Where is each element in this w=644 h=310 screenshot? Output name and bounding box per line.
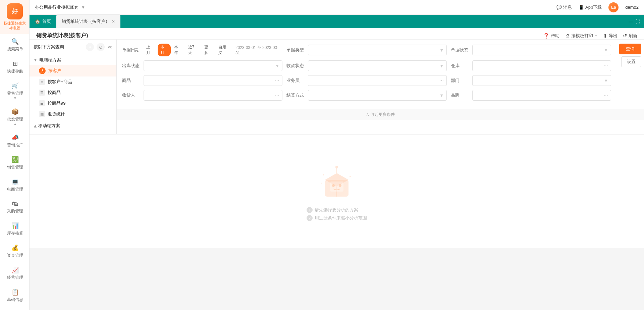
user-name[interactable]: demo2 (625, 5, 639, 10)
header-left: 办公用品行业模拟账套 ▼ (35, 4, 85, 10)
date-label: 单据日期 (122, 47, 141, 53)
date-tab-7days[interactable]: 近7天 (185, 44, 201, 56)
tab-minimize-icon[interactable]: — (629, 19, 633, 24)
date-field: 单据日期 上月 本月 本年 近7天 更多 自定义 (122, 44, 282, 56)
header-dropdown-icon[interactable]: ▼ (81, 5, 85, 10)
tab-home-label: 首页 (42, 18, 51, 24)
export-icon: ⬆ (603, 33, 607, 39)
sidebar-item-marketing[interactable]: 📣 营销推广 (0, 130, 29, 152)
sidebar-item-operation[interactable]: 📈 经营管理 (0, 262, 29, 285)
app-download-label: App下载 (585, 4, 602, 10)
scheme-settings-button[interactable]: ⊙ (97, 43, 105, 51)
empty-hint-1-number: 1 (307, 207, 313, 213)
user-avatar[interactable]: Ea (608, 2, 619, 12)
tab-bar: 🏠 首页 销货单统计表（按客户） ✕ — ⛶ (30, 15, 644, 28)
out-status-input[interactable]: ▼ (144, 60, 282, 71)
query-button[interactable]: 查询 (619, 44, 641, 54)
scheme-collapse-button[interactable]: ≪ (107, 44, 112, 50)
date-range-text: 2023-03-01 至 2023-03-31 (235, 45, 282, 55)
order-status-dropdown-icon: ▼ (604, 48, 608, 53)
user-avatar-text: Ea (611, 5, 616, 10)
sidebar-item-ecom[interactable]: 💻 电商管理 (0, 174, 29, 196)
print-button[interactable]: 🖨 按模板打印 ▼ (565, 33, 598, 39)
sidebar-item-search[interactable]: 🔍 搜索菜单 (0, 34, 29, 56)
refresh-button[interactable]: ↺ 刷新 (623, 33, 637, 39)
retail-icon: 🛒 (11, 82, 19, 90)
print-dropdown-icon[interactable]: ▼ (594, 34, 598, 38)
scheme-item-icon-return: ▦ (39, 111, 45, 117)
scheme-item-by-customer-product[interactable]: ≡ 按客户+商品 (30, 76, 116, 87)
salesperson-input[interactable]: ··· (308, 75, 447, 86)
scheme-add-button[interactable]: ＋ (86, 43, 94, 51)
basic-icon: 📋 (11, 289, 19, 296)
sidebar-item-label: 零售管理 (7, 91, 23, 96)
filter-row-4: 收货人 ··· 结算方式 (122, 90, 611, 101)
logo-area: 好 畅捷通好生意标准版 (0, 0, 29, 34)
product-input[interactable]: ··· (144, 75, 282, 86)
scheme-desktop-group-header[interactable]: ▼ 电脑端方案 (30, 55, 116, 65)
sidebar-item-finance[interactable]: 💰 资金管理 (0, 240, 29, 262)
date-tab-custom[interactable]: 自定义 (216, 44, 233, 56)
settlement-field: 结算方式 ▼ (286, 90, 447, 101)
sidebar-item-wholesale[interactable]: 📦 批发管理 ▲ (0, 104, 29, 130)
tab-maximize-icon[interactable]: ⛶ (636, 19, 640, 24)
export-label: 导出 (609, 33, 618, 39)
salesperson-more-icon: ··· (439, 78, 444, 84)
help-button[interactable]: ❓ 帮助 (543, 33, 559, 39)
sidebar-item-basic[interactable]: 📋 基础信息 (0, 285, 29, 307)
department-input[interactable]: ▼ (472, 75, 611, 86)
sidebar-item-shortcut[interactable]: ⊞ 快捷导航 (0, 56, 29, 78)
sidebar-item-stock[interactable]: 📊 库存核算 (0, 218, 29, 240)
sales-icon: 💹 (11, 156, 19, 163)
scheme-item-by-product[interactable]: ☰ 按商品 (30, 87, 116, 98)
sidebar-item-label: 营销推广 (7, 142, 23, 148)
warehouse-input[interactable]: ··· (472, 60, 611, 71)
shortcut-icon: ⊞ (13, 60, 18, 67)
top-header: 办公用品行业模拟账套 ▼ 💬 消息 📱 App下载 Ea demo2 (30, 0, 644, 15)
sidebar-item-system[interactable]: ⚙ 系统管理 (0, 307, 29, 310)
scheme-item-by-product99[interactable]: ☰ 按商品99 (30, 98, 116, 109)
date-tab-more[interactable]: 更多 (202, 44, 215, 56)
operation-icon: 📈 (11, 266, 19, 274)
tab-close-icon[interactable]: ✕ (112, 19, 115, 24)
sidebar-item-label: 快捷导航 (7, 68, 23, 74)
filter-row-2: 出库状态 ▼ 收款状态 (122, 60, 611, 71)
order-type-input[interactable]: ▼ (308, 45, 447, 55)
sidebar-item-retail[interactable]: 🛒 零售管理 ▼ (0, 78, 29, 104)
scheme-mobile-group-header[interactable]: ▶ 移动端方案 (30, 121, 116, 131)
search-nav-icon: 🔍 (11, 38, 19, 45)
order-status-input[interactable]: ▼ (472, 45, 611, 55)
svg-point-4 (332, 184, 335, 187)
sidebar-item-sales[interactable]: 💹 销售管理 (0, 152, 29, 174)
brand-more-icon: ··· (604, 92, 608, 98)
empty-state: 1 请先选择要分析的方案 2 用过滤条件来缩小分析范围 (30, 135, 644, 248)
app-download-button[interactable]: 📱 App下载 (579, 4, 602, 10)
scheme-panel: 按以下方案查询 ＋ ⊙ ≪ ▼ 电脑端方案 (30, 40, 117, 134)
date-tab-last-month[interactable]: 上月 (144, 44, 157, 56)
collapse-bar[interactable]: ∧ 收起更多条件 (117, 109, 644, 120)
header-right: 💬 消息 📱 App下载 Ea demo2 (556, 2, 639, 12)
ecom-icon: 💻 (11, 178, 19, 186)
order-type-field: 单据类型 ▼ (286, 45, 447, 55)
scheme-header: 按以下方案查询 ＋ ⊙ ≪ (30, 43, 116, 54)
export-button[interactable]: ⬆ 导出 (603, 33, 618, 39)
home-icon: 🏠 (35, 19, 40, 24)
receipt-status-input[interactable]: ▼ (308, 60, 447, 71)
settings-button[interactable]: 设置 (621, 56, 641, 67)
date-tab-this-month[interactable]: 本月 (158, 44, 171, 56)
scheme-item-by-customer-product-label: 按客户+商品 (48, 79, 72, 85)
receiver-input[interactable]: ··· (144, 90, 282, 101)
brand-input[interactable]: ··· (472, 90, 611, 101)
message-button[interactable]: 💬 消息 (556, 4, 572, 10)
scheme-item-by-customer-label: 按客户 (48, 68, 61, 74)
scheme-item-return-stats[interactable]: ▦ 退货统计 (30, 109, 116, 119)
empty-illustration (317, 161, 357, 202)
scheme-item-by-customer[interactable]: 人 按客户 (30, 65, 116, 76)
filter-row-1: 单据日期 上月 本月 本年 近7天 更多 自定义 (122, 44, 611, 56)
tab-sales-stat[interactable]: 销货单统计表（按客户） ✕ (56, 15, 120, 28)
date-tab-this-year[interactable]: 本年 (171, 44, 185, 56)
settlement-input[interactable]: ▼ (308, 90, 447, 101)
filter-form: 单据日期 上月 本月 本年 近7天 更多 自定义 (117, 40, 616, 109)
tab-home[interactable]: 🏠 首页 (30, 15, 56, 28)
sidebar-item-purchase[interactable]: 🛍 采购管理 (0, 196, 29, 218)
